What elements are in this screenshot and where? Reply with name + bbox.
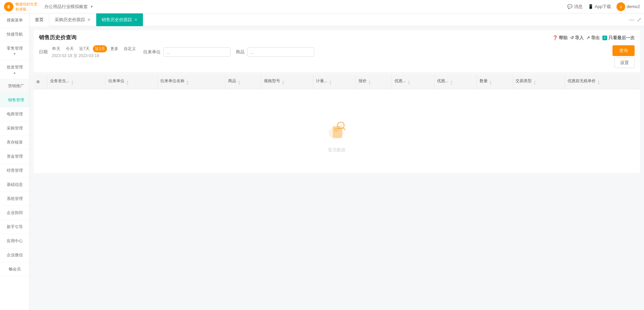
data-table: ⚙ 业务发生... ▲▼ 往来单位 ▲▼ 往来单位名称 ▲▼ bbox=[34, 75, 640, 89]
sidebar-item-ecommerce[interactable]: 电商管理 bbox=[0, 107, 29, 121]
tab-purchase-history[interactable]: 采购历史价跟踪 ✕ bbox=[49, 13, 96, 26]
sidebar-item-app-center[interactable]: 应用中心 bbox=[0, 234, 29, 248]
col-settings[interactable]: ⚙ bbox=[34, 75, 47, 89]
date-btn-more[interactable]: 更多 bbox=[108, 45, 120, 52]
export-button[interactable]: ↗ 导出 bbox=[586, 35, 600, 41]
empty-state: 暂无数据 bbox=[34, 89, 640, 173]
tab-maximize-icon[interactable]: ⤢ bbox=[637, 16, 641, 23]
sidebar-item-quick-nav[interactable]: 快捷导航 bbox=[0, 28, 29, 42]
export-icon: ↗ bbox=[586, 35, 590, 40]
svg-rect-3 bbox=[334, 130, 338, 131]
sidebar-item-member[interactable]: 畅会员 bbox=[0, 262, 29, 276]
col-pretax-price[interactable]: 优惠前无税单价 ▲▼ bbox=[565, 75, 640, 89]
col-qty[interactable]: 数量 ▲▼ bbox=[477, 75, 513, 89]
col-goods[interactable]: 商品 ▲▼ bbox=[225, 75, 261, 89]
sidebar: 搜索菜单 快捷导航 零售管理 ▼ 批发管理 ▲ 营销推广 销售管理 电商管理 采… bbox=[0, 13, 30, 310]
query-panel-header: 销售历史价查询 ❓ 帮助 ↺ 导入 ↗ 导出 bbox=[39, 34, 635, 41]
top-bar-left: 6 畅捷信好生意 标准版 办公用品行业模拟账套 ▾ bbox=[4, 2, 93, 11]
date-shortcuts: 昨天 今天 近7天 近1月 更多 自定义 bbox=[50, 45, 138, 52]
svg-rect-1 bbox=[333, 126, 342, 138]
date-btn-custom[interactable]: 自定义 bbox=[122, 45, 138, 52]
sidebar-item-wechat[interactable]: 企业微信 bbox=[0, 248, 29, 262]
sidebar-item-operation[interactable]: 经营管理 bbox=[0, 164, 29, 178]
help-label: 帮助 bbox=[559, 35, 568, 41]
date-btn-7days[interactable]: 近7天 bbox=[77, 45, 92, 52]
sidebar-item-search[interactable]: 搜索菜单 bbox=[0, 13, 29, 28]
tab-sales-history[interactable]: 销售历史价跟踪 ✕ bbox=[96, 13, 143, 26]
tab-minimize-icon[interactable]: — bbox=[629, 17, 634, 23]
col-discount2[interactable]: 优惠... ▲▼ bbox=[434, 75, 477, 89]
query-button[interactable]: 查询 bbox=[612, 45, 635, 56]
logo-icon: 6 bbox=[4, 2, 13, 11]
app-download-nav[interactable]: 📱 App下载 bbox=[588, 4, 611, 10]
query-panel-actions: ❓ 帮助 ↺ 导入 ↗ 导出 ✓ 只看最后一次 bbox=[552, 35, 635, 41]
wholesale-label: 批发管理 bbox=[3, 64, 26, 70]
settings-button[interactable]: 设置 bbox=[614, 57, 635, 68]
goods-input[interactable]: ... bbox=[247, 47, 314, 57]
sidebar-item-basic-info[interactable]: 基础信息 bbox=[0, 178, 29, 192]
table-header: ⚙ 业务发生... ▲▼ 往来单位 ▲▼ 往来单位名称 ▲▼ bbox=[34, 75, 640, 89]
date-range-text: 2023-02-18 至 2023-03-18 bbox=[52, 53, 138, 59]
message-icon: 💬 bbox=[567, 4, 573, 9]
sales-label: 销售管理 bbox=[5, 97, 26, 103]
tab-purchase-close-icon[interactable]: ✕ bbox=[87, 17, 91, 22]
tab-sales-history-label: 销售历史价跟踪 bbox=[102, 17, 132, 23]
content-area: 首页 采购历史价跟踪 ✕ 销售历史价跟踪 ✕ — ⤢ 销售历史价查询 bbox=[30, 13, 644, 310]
sidebar-item-marketing[interactable]: 营销推广 bbox=[0, 79, 29, 93]
message-nav[interactable]: 💬 消息 bbox=[567, 4, 583, 10]
col-partner-name[interactable]: 往来单位名称 ▲▼ bbox=[157, 75, 225, 89]
col-quote[interactable]: 报价 ▲▼ bbox=[356, 75, 391, 89]
sidebar-item-enterprise[interactable]: 企业协同 bbox=[0, 206, 29, 220]
wholesale-arrow-icon: ▲ bbox=[13, 71, 16, 74]
tab-home[interactable]: 首页 bbox=[30, 13, 49, 26]
wechat-label: 企业微信 bbox=[3, 252, 26, 258]
quick-nav-label: 快捷导航 bbox=[3, 32, 26, 37]
only-last-label: 只看最后一次 bbox=[608, 35, 635, 41]
goods-input-dots: ... bbox=[250, 50, 254, 55]
import-icon: ↺ bbox=[570, 35, 574, 40]
sidebar-item-purchase[interactable]: 采购管理 bbox=[0, 121, 29, 136]
system-label: 系统管理 bbox=[3, 196, 26, 202]
app-center-label: 应用中心 bbox=[3, 238, 26, 244]
message-label: 消息 bbox=[574, 4, 583, 10]
date-filter-col: 日期 昨天 今天 近7天 近1月 更多 自定义 202 bbox=[39, 45, 138, 59]
username-label: demo2 bbox=[627, 4, 640, 9]
date-btn-1month[interactable]: 近1月 bbox=[93, 45, 107, 52]
col-biz-date[interactable]: 业务发生... ▲▼ bbox=[47, 75, 105, 89]
help-button[interactable]: ❓ 帮助 bbox=[552, 35, 568, 41]
guide-label: 新手引导 bbox=[3, 224, 26, 230]
only-last-check[interactable]: ✓ 只看最后一次 bbox=[602, 35, 635, 41]
member-label: 畅会员 bbox=[3, 266, 26, 272]
goods-label: 商品 bbox=[236, 49, 245, 55]
sidebar-item-wholesale[interactable]: 批发管理 ▲ bbox=[0, 60, 29, 79]
date-btn-yesterday[interactable]: 昨天 bbox=[50, 45, 62, 52]
col-discount1[interactable]: 优惠... ▲▼ bbox=[391, 75, 434, 89]
import-button[interactable]: ↺ 导入 bbox=[570, 35, 584, 41]
main-layout: 搜索菜单 快捷导航 零售管理 ▼ 批发管理 ▲ 营销推广 销售管理 电商管理 采… bbox=[0, 13, 644, 310]
sidebar-item-finance[interactable]: 资金管理 bbox=[0, 150, 29, 164]
tab-sales-close-icon[interactable]: ✕ bbox=[134, 17, 138, 22]
col-trade-type[interactable]: 交易类型 ▲▼ bbox=[513, 75, 565, 89]
sidebar-item-inventory[interactable]: 库存核算 bbox=[0, 136, 29, 150]
top-bar-dropdown-icon[interactable]: ▾ bbox=[91, 4, 93, 9]
tab-home-label: 首页 bbox=[35, 17, 44, 23]
ecommerce-label: 电商管理 bbox=[3, 111, 26, 117]
col-unit[interactable]: 计量... ▲▼ bbox=[313, 75, 356, 89]
partner-input[interactable]: ... bbox=[163, 47, 230, 57]
top-filters: 日期 昨天 今天 近7天 近1月 更多 自定义 202 bbox=[39, 45, 604, 59]
date-btn-today[interactable]: 今天 bbox=[64, 45, 76, 52]
search-menu-label: 搜索菜单 bbox=[3, 17, 26, 23]
tab-purchase-history-label: 采购历史价跟踪 bbox=[55, 17, 85, 23]
col-partner-code[interactable]: 往来单位 ▲▼ bbox=[105, 75, 157, 89]
sidebar-item-system[interactable]: 系统管理 bbox=[0, 192, 29, 206]
user-profile[interactable]: d demo2 bbox=[616, 2, 640, 11]
col-spec[interactable]: 规格型号 ▲▼ bbox=[261, 75, 313, 89]
sidebar-item-guide[interactable]: 新手引导 bbox=[0, 220, 29, 234]
marketing-label: 营销推广 bbox=[5, 83, 26, 89]
only-last-checkbox[interactable]: ✓ bbox=[602, 36, 607, 40]
sidebar-item-retail[interactable]: 零售管理 ▼ bbox=[0, 42, 29, 60]
export-label: 导出 bbox=[591, 35, 600, 41]
filter-actions: 查询 设置 bbox=[612, 45, 635, 68]
sidebar-item-sales[interactable]: 销售管理 bbox=[0, 93, 29, 107]
top-bar: 6 畅捷信好生意 标准版 办公用品行业模拟账套 ▾ 💬 消息 📱 App下载 d… bbox=[0, 0, 644, 13]
